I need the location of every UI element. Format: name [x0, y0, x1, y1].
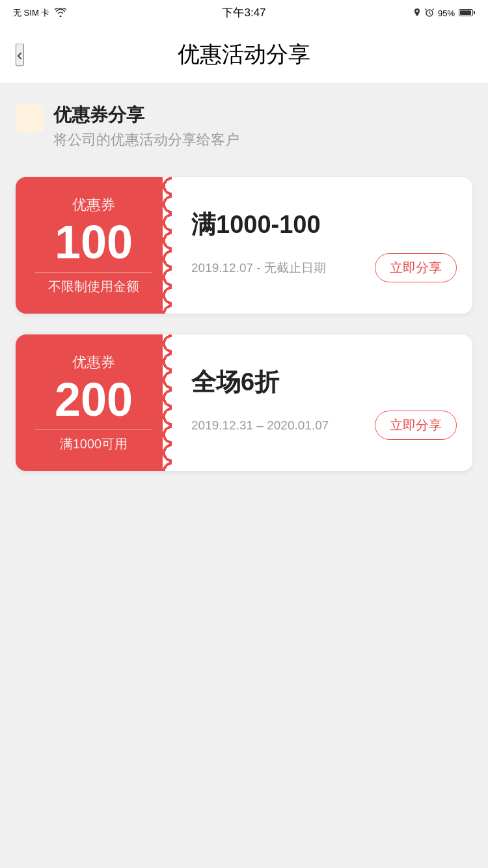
coupon-type-1: 优惠券	[35, 195, 152, 215]
coupon-left-2: 优惠券 200 满1000可用	[16, 334, 172, 471]
coupon-date-2: 2019.12.31 – 2020.01.07	[191, 418, 368, 433]
share-button-2[interactable]: 立即分享	[375, 411, 457, 440]
coupon-divider-2	[35, 429, 152, 430]
share-button-1[interactable]: 立即分享	[375, 253, 457, 282]
coupon-section-icon: 🎫	[16, 104, 44, 133]
coupon-type-2: 优惠券	[35, 353, 152, 372]
wifi-icon	[55, 8, 66, 19]
coupon-right-2: 全场6折 2019.12.31 – 2020.01.07 立即分享	[172, 334, 472, 471]
svg-point-0	[416, 10, 418, 12]
coupon-right-1: 满1000-100 2019.12.07 - 无截止日期 立即分享	[172, 177, 472, 314]
status-bar: 无 SIM 卡 下午3:47 95%	[0, 0, 488, 26]
section-title: 优惠券分享	[53, 103, 239, 128]
location-icon	[413, 8, 421, 19]
battery-icon	[459, 8, 475, 18]
back-button[interactable]: ‹	[16, 43, 24, 66]
section-text: 优惠券分享 将公司的优惠活动分享给客户	[53, 103, 239, 150]
coupon-amount-1: 100	[35, 219, 152, 265]
battery-percentage: 95%	[438, 8, 455, 18]
svg-rect-2	[16, 104, 44, 133]
alarm-icon	[425, 8, 434, 19]
coupon-meta-1: 2019.12.07 - 无截止日期 立即分享	[191, 253, 457, 282]
coupon-condition-1: 不限制使用金额	[35, 278, 152, 295]
section-header: 🎫 优惠券分享 将公司的优惠活动分享给客户	[0, 83, 488, 160]
coupon-card-1: 优惠券 100 不限制使用金额 满1000-100 2019.12.07 - 无…	[16, 177, 472, 314]
coupon-condition-2: 满1000可用	[35, 435, 152, 453]
coupon-name-2: 全场6折	[191, 366, 457, 399]
status-left: 无 SIM 卡	[13, 7, 66, 19]
status-time: 下午3:47	[222, 5, 265, 20]
bottom-area	[0, 488, 488, 865]
carrier-label: 无 SIM 卡	[13, 7, 49, 19]
page-title: 优惠活动分享	[178, 40, 310, 70]
coupon-amount-2: 200	[35, 376, 152, 423]
coupon-divider-1	[35, 272, 152, 273]
section-subtitle: 将公司的优惠活动分享给客户	[53, 130, 239, 150]
coupon-list: 优惠券 100 不限制使用金额 满1000-100 2019.12.07 - 无…	[0, 160, 488, 488]
status-right: 95%	[413, 8, 475, 19]
coupon-left-1: 优惠券 100 不限制使用金额	[16, 177, 172, 314]
coupon-meta-2: 2019.12.31 – 2020.01.07 立即分享	[191, 411, 457, 440]
nav-bar: ‹ 优惠活动分享	[0, 26, 488, 83]
coupon-date-1: 2019.12.07 - 无截止日期	[191, 260, 368, 277]
coupon-card-2: 优惠券 200 满1000可用 全场6折 2019.12.31 – 2020.0…	[16, 334, 472, 471]
coupon-name-1: 满1000-100	[191, 208, 457, 241]
